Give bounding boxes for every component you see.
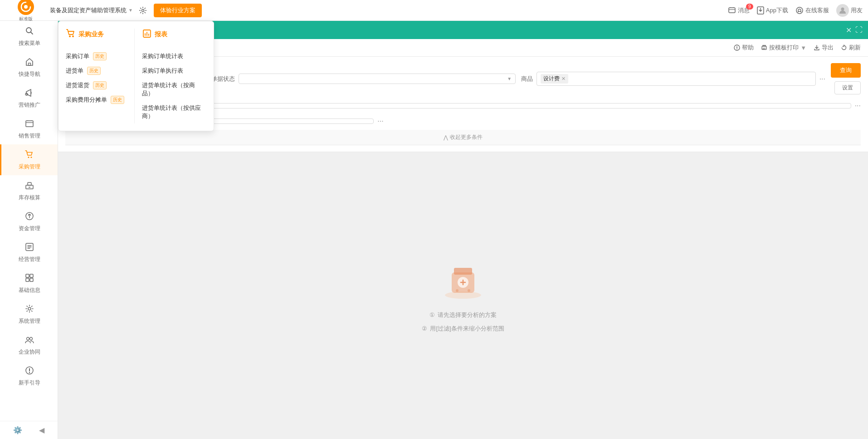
operation-icon (25, 242, 34, 254)
purchase-order-label: 采购订单 (66, 52, 89, 60)
export-btn[interactable]: 导出 (814, 44, 834, 52)
sidebar-item-finance[interactable]: 资金管理 (0, 206, 58, 237)
goods-tag-close-icon[interactable]: ✕ (561, 76, 566, 82)
goods-input[interactable]: 设计费 ✕ (536, 72, 816, 86)
empty-text-2: ② 用[过滤]条件来缩小分析范围 (422, 325, 504, 333)
sidebar-label-basic: 基础信息 (19, 286, 40, 294)
report-1-label: 采购订单统计表 (142, 52, 183, 60)
menu-item-report-3[interactable]: 进货单统计表（按商品） (142, 78, 207, 101)
empty-line2: 用[过滤]条件来缩小分析范围 (430, 325, 504, 333)
purchase-order-badge: 历史 (93, 52, 107, 60)
goods-more-icon[interactable]: ··· (819, 75, 825, 83)
staff-input[interactable] (192, 103, 851, 109)
collapse-up-icon: ⋀ (444, 134, 448, 141)
menu-item-purchase-cost[interactable]: 采购费用分摊单 历史 (66, 93, 131, 107)
marketing-icon (25, 88, 34, 99)
basic-icon (25, 273, 34, 285)
settings-icon[interactable] (137, 4, 149, 17)
system-title: 装备及固定资产辅助管理系统 (50, 6, 127, 15)
staff-field: 业务员 ··· (171, 102, 861, 110)
user-item[interactable]: 用友 (836, 4, 863, 17)
sidebar-item-search[interactable]: 搜索菜单 (0, 21, 58, 52)
sidebar-label-purchase: 采购管理 (19, 163, 40, 171)
svg-rect-2 (729, 8, 735, 13)
sidebar-collapse-icon[interactable]: ◀ (39, 426, 44, 434)
report-menu-column: 报表 采购订单统计表 采购订单执行表 进货单统计表（按商品） 进货单统计表（按供… (134, 29, 207, 123)
staff-more-icon[interactable]: ··· (855, 102, 861, 110)
guide-icon (25, 366, 34, 377)
goods-label: 商品 (521, 75, 533, 83)
menu-item-report-4[interactable]: 进货单统计表（按供应商） (142, 101, 207, 123)
report-menu-label: 报表 (155, 30, 167, 39)
sidebar-item-sales[interactable]: 销售管理 (0, 113, 58, 144)
search-icon (25, 26, 34, 38)
menu-item-report-1[interactable]: 采购订单统计表 (142, 49, 207, 64)
tab-bar-expand-icon[interactable]: ⛶ (855, 26, 863, 34)
empty-state: ① 请先选择要分析的方案 ② 用[过滤]条件来缩小分析范围 (58, 152, 868, 439)
goods-field: 商品 设计费 ✕ ··· (521, 72, 825, 86)
help-btn[interactable]: 帮助 (734, 44, 754, 52)
menu-item-purchase-goods[interactable]: 进货单 历史 (66, 64, 131, 78)
tab-bar-right: ✕ ⛶ (846, 26, 868, 35)
top-bar: 标准版 装备及固定资产辅助管理系统 ▼ 体验行业方案 消息 9 App下载 (0, 0, 868, 21)
sidebar-item-system[interactable]: 系统管理 (0, 299, 58, 330)
collapse-text: 收起更多条件 (450, 133, 483, 141)
system-title-dropdown[interactable]: 装备及固定资产辅助管理系统 ▼ (46, 6, 133, 15)
svg-point-30 (456, 289, 458, 292)
purchase-icon (25, 150, 34, 161)
menu-item-report-2[interactable]: 采购订单执行表 (142, 64, 207, 78)
export-label: 导出 (822, 44, 834, 52)
sidebar-item-quicknav[interactable]: 快捷导航 (0, 52, 58, 83)
print-dropdown-icon[interactable]: ▼ (800, 44, 806, 51)
messages-item[interactable]: 消息 9 (728, 6, 750, 15)
svg-point-1 (141, 9, 144, 11)
customer-more-icon[interactable]: ··· (377, 117, 383, 125)
svg-point-5 (841, 7, 844, 10)
query-button[interactable]: 查询 (831, 63, 861, 78)
svg-point-11 (31, 157, 32, 158)
inventory-icon (25, 181, 34, 192)
svg-rect-17 (30, 274, 33, 277)
print-template-label: 按模板打印 (769, 44, 799, 52)
sidebar-label-system: 系统管理 (19, 317, 40, 325)
cooperation-icon (25, 335, 34, 346)
purchase-menu-icon (66, 29, 76, 40)
sidebar: 搜索菜单 快捷导航 营销推广 销售管理 (0, 21, 58, 439)
collapse-bar[interactable]: ⋀ 收起更多条件 (65, 130, 861, 145)
home-icon (25, 57, 34, 69)
print-template-btn[interactable]: 按模板打印 ▼ (761, 44, 806, 52)
sidebar-item-basic[interactable]: 基础信息 (0, 268, 58, 299)
sidebar-item-inventory[interactable]: 库存核算 (0, 175, 58, 206)
purchase-cost-badge: 历史 (111, 96, 124, 104)
svg-point-6 (26, 28, 31, 33)
sidebar-item-marketing[interactable]: 营销推广 (0, 83, 58, 113)
menu-item-purchase-order[interactable]: 采购订单 历史 (66, 49, 131, 64)
sidebar-item-purchase[interactable]: 采购管理 (0, 144, 58, 175)
menu-item-purchase-return[interactable]: 进货退货 历史 (66, 78, 131, 93)
refresh-label: 刷新 (849, 44, 861, 52)
top-bar-right: 消息 9 App下载 在线客服 用友 (728, 4, 863, 17)
industry-btn[interactable]: 体验行业方案 (154, 4, 202, 17)
settings-button[interactable]: 设置 (834, 81, 861, 94)
sidebar-item-cooperation[interactable]: 企业协同 (0, 330, 58, 360)
online-service-item[interactable]: 在线客服 (795, 6, 829, 15)
report-menu-icon (142, 29, 152, 40)
sidebar-item-guide[interactable]: 新手引导 (0, 360, 58, 391)
sidebar-label-marketing: 营销推广 (19, 101, 40, 109)
sidebar-item-operation[interactable]: 经营管理 (0, 237, 58, 268)
sidebar-settings-icon[interactable]: ⚙️ (13, 426, 22, 434)
dropdown-arrow-icon: ▼ (128, 8, 133, 13)
goods-tag-1: 设计费 ✕ (541, 74, 568, 84)
sidebar-label-quicknav: 快捷导航 (19, 70, 40, 78)
report-2-label: 采购订单执行表 (142, 67, 183, 75)
svg-rect-16 (26, 274, 29, 277)
purchase-goods-label: 进货单 (66, 67, 83, 75)
empty-text-1: ① 请先选择要分析的方案 (429, 311, 497, 319)
refresh-btn[interactable]: 刷新 (841, 44, 861, 52)
app-download-item[interactable]: App下载 (757, 6, 788, 15)
doc-status-input[interactable]: ▼ (239, 74, 516, 84)
online-service-label: 在线客服 (805, 6, 829, 15)
tab-bar-close-icon[interactable]: ✕ (846, 26, 852, 35)
sidebar-label-guide: 新手引导 (19, 379, 40, 387)
svg-rect-28 (454, 268, 472, 275)
